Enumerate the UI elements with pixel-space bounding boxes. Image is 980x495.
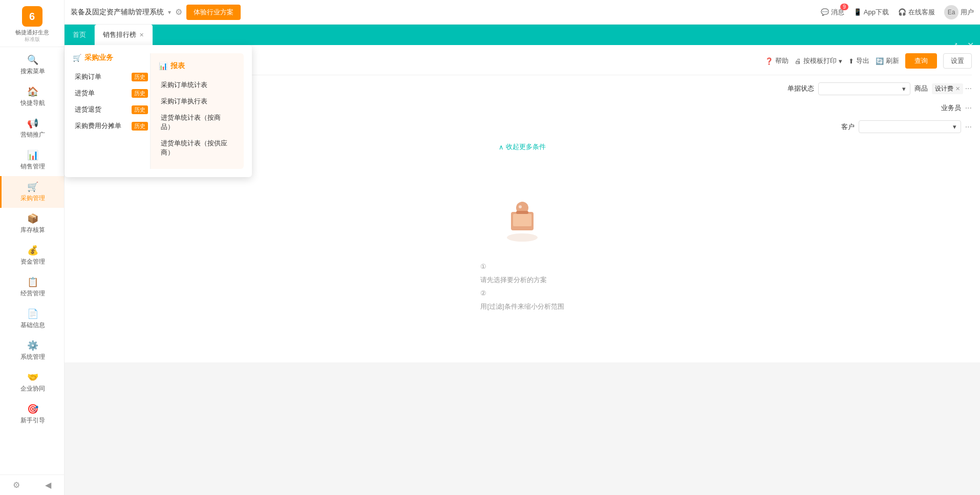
tab-home[interactable]: 首页 — [65, 25, 95, 45]
history-badge: 历史 — [132, 73, 148, 81]
salesperson-filter: 业务员 ··· — [941, 103, 972, 113]
report-col-title: 📊 报表 — [159, 61, 236, 71]
basic-label: 基础信息 — [20, 321, 45, 330]
user-btn[interactable]: Ea 用户 — [944, 5, 974, 19]
sidebar-item-guide[interactable]: 🎯 新手引导 — [0, 398, 64, 430]
print-btn[interactable]: 🖨 按模板打印 ▾ — [795, 56, 842, 66]
settings-icon[interactable]: ⚙ — [13, 480, 20, 490]
logo-text: 畅捷通好生意 标准版 — [15, 29, 49, 42]
salesperson-dots[interactable]: ··· — [965, 103, 972, 113]
message-btn[interactable]: 💬 消息 9 — [821, 8, 844, 17]
marketing-label: 营销推广 — [20, 131, 45, 139]
logo: 6 畅捷通好生意 标准版 — [0, 0, 64, 47]
goods-filter: 设计费 ✕ ··· — [932, 83, 972, 94]
collapse-arrow-icon: ∧ — [499, 143, 504, 151]
sidebar-item-finance[interactable]: 💰 资金管理 — [0, 240, 64, 271]
print-icon: 🖨 — [795, 57, 801, 65]
doc-status-label: 单据状态 — [787, 84, 814, 93]
industry-btn[interactable]: 体验行业方案 — [186, 5, 241, 20]
search-icon: 🔍 — [27, 54, 38, 66]
search-label: 搜索菜单 — [20, 67, 45, 76]
doc-status-control[interactable]: ▾ — [818, 82, 910, 95]
purchase-order-stats-item[interactable]: 采购订单统计表 — [159, 77, 236, 93]
salesperson-label: 业务员 — [941, 103, 961, 113]
svg-point-0 — [507, 233, 538, 242]
guide-icon: 🎯 — [27, 403, 38, 415]
empty-tips: ① 请先选择要分析的方案 ② 用[过滤]条件来缩小分析范围 — [480, 260, 564, 313]
customer-dropdown-icon: ▾ — [953, 123, 956, 131]
svg-rect-2 — [513, 214, 531, 226]
collapse-icon[interactable]: ◀ — [45, 480, 51, 490]
settings-gear-icon[interactable]: ⚙ — [175, 7, 182, 17]
sidebar-item-marketing[interactable]: 📢 营销推广 — [0, 113, 64, 144]
incoming-stats-by-supplier-item[interactable]: 进货单统计表（按供应商） — [159, 135, 236, 161]
enterprise-label: 企业协同 — [20, 384, 45, 393]
inventory-label: 库存核算 — [20, 226, 45, 234]
purchase-icon: 🛒 — [27, 181, 38, 192]
refresh-icon: 🔄 — [876, 57, 884, 65]
dropdown-arrow[interactable]: ▾ — [168, 9, 171, 16]
sidebar-item-system[interactable]: ⚙️ 系统管理 — [0, 335, 64, 367]
sales-icon: 📊 — [27, 149, 38, 161]
app-download-btn[interactable]: 📱 App下载 — [854, 8, 889, 17]
marketing-icon: 📢 — [27, 118, 38, 129]
sidebar-item-inventory[interactable]: 📦 库存核算 — [0, 208, 64, 240]
sidebar-item-operation[interactable]: 📋 经营管理 — [0, 271, 64, 303]
incoming-order-item[interactable]: 进货单 历史 — [73, 85, 150, 101]
tab-close-btn[interactable]: ✕ — [139, 32, 144, 38]
sidebar-item-purchase[interactable]: 🛒 采购管理 — [0, 176, 64, 208]
incoming-stats-by-goods-item[interactable]: 进货单统计表（按商品） — [159, 110, 236, 135]
system-title: 装备及固定资产辅助管理系统 — [71, 8, 164, 17]
purchase-order-item[interactable]: 采购订单 历史 — [73, 69, 150, 85]
goods-more[interactable]: ··· — [965, 84, 972, 93]
sidebar-menu: 🔍 搜索菜单 🏠 快捷导航 📢 营销推广 📊 销售管理 🛒 采购管理 📦 库存核… — [0, 47, 64, 475]
tab-sales-ranking[interactable]: 销售排行榜 ✕ — [95, 25, 153, 45]
goods-tag-close[interactable]: ✕ — [955, 85, 960, 92]
expense-item[interactable]: 采购费用分摊单 历史 — [73, 118, 150, 134]
basic-icon: 📄 — [27, 308, 38, 319]
empty-state: ① 请先选择要分析的方案 ② 用[过滤]条件来缩小分析范围 — [73, 156, 972, 354]
purchase-col-title: 🛒 采购业务 — [73, 53, 150, 62]
history-badge-4: 历史 — [132, 122, 148, 131]
customer-dots[interactable]: ··· — [965, 122, 972, 132]
purchase-col: 🛒 采购业务 采购订单 历史 进货单 历史 进货退货 历史 采购费用分摊单 历史 — [73, 53, 150, 169]
operation-icon: 📋 — [27, 276, 38, 288]
report-title-icon: 📊 — [159, 62, 167, 70]
expand-icon[interactable]: ⤢ — [951, 40, 958, 50]
help-icon: ❓ — [765, 57, 773, 65]
purchase-title-icon: 🛒 — [73, 54, 81, 62]
goods-label: 商品 — [914, 84, 928, 93]
message-icon: 💬 — [821, 8, 829, 16]
sidebar-item-sales[interactable]: 📊 销售管理 — [0, 144, 64, 176]
svg-point-4 — [519, 205, 522, 208]
sidebar-item-quick-nav[interactable]: 🏠 快捷导航 — [0, 81, 64, 113]
avatar: Ea — [944, 5, 958, 19]
query-btn[interactable]: 查询 — [905, 53, 937, 69]
sidebar-item-search[interactable]: 🔍 搜索菜单 — [0, 49, 64, 81]
system-label: 系统管理 — [20, 353, 45, 361]
history-badge-2: 历史 — [132, 89, 148, 98]
operation-label: 经营管理 — [20, 289, 45, 298]
sidebar-item-enterprise[interactable]: 🤝 企业协同 — [0, 367, 64, 398]
refresh-btn[interactable]: 🔄 刷新 — [876, 56, 899, 66]
report-col: 📊 报表 采购订单统计表 采购订单执行表 进货单统计表（按商品） 进货单统计表（… — [150, 53, 244, 169]
close-tabs-icon[interactable]: ✕ — [967, 40, 974, 50]
export-btn[interactable]: ⬆ 导出 — [848, 56, 869, 66]
phone-icon: 📱 — [854, 8, 862, 16]
header-right: 💬 消息 9 📱 App下载 🎧 在线客服 Ea 用户 — [821, 5, 974, 19]
sidebar-bottom: ⚙ ◀ — [0, 475, 64, 495]
purchase-order-exec-item[interactable]: 采购订单执行表 — [159, 93, 236, 110]
customer-control[interactable]: ▾ — [859, 120, 961, 133]
settings-btn[interactable]: 设置 — [943, 53, 972, 69]
enterprise-icon: 🤝 — [27, 372, 38, 383]
help-btn[interactable]: ❓ 帮助 — [765, 56, 789, 66]
online-service-btn[interactable]: 🎧 在线客服 — [898, 8, 935, 17]
sidebar-item-basic[interactable]: 📄 基础信息 — [0, 303, 64, 335]
header-left: 装备及固定资产辅助管理系统 ▾ ⚙ 体验行业方案 — [71, 5, 241, 20]
guide-label: 新手引导 — [20, 416, 45, 425]
header: 装备及固定资产辅助管理系统 ▾ ⚙ 体验行业方案 💬 消息 9 📱 App下载 … — [65, 0, 980, 25]
return-goods-item[interactable]: 进货退货 历史 — [73, 101, 150, 118]
sales-label: 销售管理 — [20, 162, 45, 171]
goods-tag: 设计费 ✕ — [932, 83, 963, 94]
print-dropdown-icon: ▾ — [839, 57, 842, 65]
